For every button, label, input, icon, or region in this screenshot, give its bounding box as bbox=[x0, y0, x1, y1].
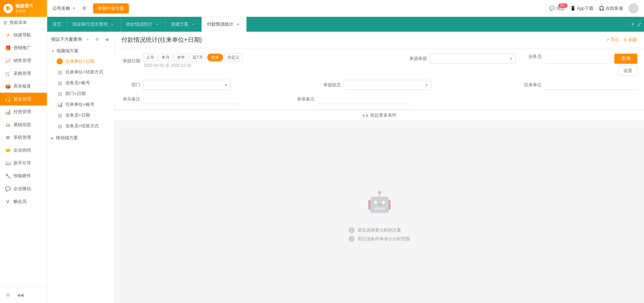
collapse-icon: ∧∧ bbox=[362, 113, 369, 118]
scheme-item-unit-date[interactable]: ○ 往来单位+日期 bbox=[47, 56, 114, 67]
filter-settings-btn[interactable]: 设置 bbox=[618, 66, 637, 76]
tab-home-label: 首页 bbox=[53, 21, 61, 27]
hint-text-1: 请先选择要分析的方案 bbox=[357, 227, 401, 233]
tab-close-all-icon[interactable]: × bbox=[631, 21, 634, 27]
system-icon: ⚙ bbox=[5, 134, 11, 141]
sidebar-item-purchase[interactable]: 🛒 采购管理 bbox=[0, 67, 47, 80]
online-service-btn[interactable]: 🎧 在线客服 bbox=[599, 5, 623, 11]
sidebar-item-system[interactable]: ⚙ 系统管理 bbox=[0, 131, 47, 144]
sidebar-item-quick-nav[interactable]: ⚡ 快捷导航 bbox=[0, 29, 47, 41]
mobile-group-label: 移动端方案 bbox=[56, 135, 78, 141]
scheme-item-unit-account-label: 往来单位+账号 bbox=[65, 101, 94, 108]
desktop-group-label: 电脑端方案 bbox=[57, 48, 79, 54]
tab-expand-icon[interactable]: ⤢ bbox=[637, 21, 641, 28]
tab-collection-stats-close-icon[interactable]: × bbox=[154, 22, 160, 27]
add-scheme-btn[interactable]: + bbox=[84, 36, 91, 43]
tabbar-controls: × ⤢ bbox=[628, 17, 644, 32]
tab-bank-flow-close-icon[interactable]: × bbox=[110, 22, 115, 27]
sidebar-item-label: 库存核算 bbox=[13, 83, 31, 89]
scheme-item-unit-settlement[interactable]: ▤ 往来单位+结算方式 bbox=[47, 67, 114, 78]
message-btn[interactable]: 💬 消息 99+ bbox=[549, 5, 565, 11]
tab-bank-flow-label: 现金银行流水查询 bbox=[72, 21, 108, 27]
scheme-item-dept-date[interactable]: ▤ 部门+日期 bbox=[47, 88, 114, 99]
sidebar-footer: ⚙ ◀◀ bbox=[0, 286, 47, 303]
company-selector[interactable]: 公司名称 ▼ bbox=[53, 5, 76, 11]
scheme-group-mobile: ▶ 移动端方案 bbox=[47, 133, 114, 143]
voucher-status-arrow-icon: ▼ bbox=[425, 83, 428, 87]
sidebar-item-sales[interactable]: 📈 销售管理 bbox=[0, 54, 47, 67]
unit-input[interactable] bbox=[544, 80, 637, 90]
dept-label: 部门 bbox=[121, 82, 140, 88]
tab-bank-flow[interactable]: 现金银行流水查询 × bbox=[67, 17, 121, 32]
sidebar-item-label: 快捷导航 bbox=[13, 32, 31, 38]
dept-select[interactable]: ▼ bbox=[143, 80, 231, 90]
sidebar-item-basic-info[interactable]: 🗂 基础信息 bbox=[0, 118, 47, 131]
source-voucher-select[interactable]: ▼ bbox=[430, 54, 516, 64]
sidebar-item-label: 营销推广 bbox=[13, 45, 31, 51]
topbar-settings-btn[interactable]: ⚙ bbox=[80, 4, 89, 13]
sidebar-item-marketing[interactable]: 🎁 营销推广 bbox=[0, 41, 47, 54]
filter-row-3: 表头备注 表体备注 bbox=[121, 94, 637, 104]
collapse-more-conditions-btn[interactable]: ∧∧ 收起更多条件 bbox=[115, 110, 644, 120]
company-chevron-icon: ▼ bbox=[72, 6, 76, 10]
tab-collection-stats[interactable]: 收款情况统计 × bbox=[121, 17, 166, 32]
tab-new-plan-close-icon[interactable]: × bbox=[191, 22, 196, 27]
trial-btn[interactable]: 体验行业方案 bbox=[93, 3, 129, 13]
tab-payment-stats[interactable]: 付款情况统计 × bbox=[202, 17, 246, 32]
sidebar-item-label: 资金管理 bbox=[13, 96, 31, 102]
filter-date-group: 上月 本月 本年 近7天 更多 自定义 2022-01-01 至 2022-12… bbox=[143, 54, 242, 68]
scheme-item-staff-date[interactable]: ▤ 业务员+日期 bbox=[47, 110, 114, 121]
hint-num-2: 2 bbox=[349, 236, 355, 242]
tab-home[interactable]: 首页 bbox=[47, 17, 67, 32]
tab-payment-stats-label: 付款情况统计 bbox=[207, 21, 233, 27]
app-icon: 📱 bbox=[570, 6, 576, 11]
sidebar-item-operation[interactable]: 📊 经营管理 bbox=[0, 105, 47, 118]
sidebar-item-wechat[interactable]: 💬 企业微信 bbox=[0, 182, 47, 195]
sidebar-collapse-btn[interactable]: ◀◀ bbox=[16, 290, 25, 300]
left-panel-action-btns: + ⚙ ◀ bbox=[84, 36, 110, 43]
date-btn-last-month[interactable]: 上月 bbox=[143, 54, 157, 61]
sidebar-item-inventory[interactable]: 📦 库存核算 bbox=[0, 80, 47, 93]
user-avatar[interactable] bbox=[628, 3, 639, 13]
tab-new-plan-label: 新建方案 bbox=[171, 21, 188, 27]
panel-collapse-btn[interactable]: ◀ bbox=[103, 36, 110, 43]
date-btn-last-7[interactable]: 近7天 bbox=[189, 54, 206, 61]
voucher-status-select[interactable]: ▼ bbox=[344, 80, 431, 90]
left-panel-header: 按以下方案查询 + ⚙ ◀ bbox=[47, 36, 114, 46]
scheme-settings-btn[interactable]: ⚙ bbox=[93, 36, 101, 43]
export-btn[interactable]: ↗ 导出 bbox=[606, 37, 619, 43]
search-menu[interactable]: ☰ 搜索菜单 bbox=[0, 17, 47, 29]
date-btn-this-year[interactable]: 本年 bbox=[174, 54, 188, 61]
filter-area: 单据日期 上月 本月 本年 近7天 更多 自定义 2022-01-01 至 20… bbox=[115, 48, 644, 110]
tab-payment-stats-close-icon[interactable]: × bbox=[235, 22, 241, 27]
filter-unit: 往来单位 bbox=[523, 80, 637, 90]
scheme-group-mobile-title[interactable]: ▶ 移动端方案 bbox=[47, 133, 114, 143]
tab-new-plan[interactable]: 新建方案 × bbox=[166, 17, 202, 32]
sidebar-item-finance[interactable]: 💰 资金管理 bbox=[0, 93, 47, 105]
scheme-group-desktop-title[interactable]: ▼ 电脑端方案 bbox=[47, 46, 114, 56]
scheme-item-staff-account[interactable]: ▤ 业务员+账号 bbox=[47, 78, 114, 88]
filter-source-voucher: 来源单据 ▼ bbox=[408, 54, 516, 64]
sidebar-item-hardware[interactable]: 🔧 智能硬件 bbox=[0, 170, 47, 182]
sidebar-item-label: 系统管理 bbox=[13, 134, 31, 141]
collapse-label: 收起更多条件 bbox=[370, 112, 397, 118]
filter-staff: 业务员 查询 设置 bbox=[523, 54, 637, 76]
table-header-note-input[interactable] bbox=[143, 94, 237, 104]
app-download-btn[interactable]: 📱 App下载 bbox=[570, 5, 593, 11]
filter-table-body-note: 表体备注 bbox=[296, 94, 463, 104]
staff-input[interactable] bbox=[544, 54, 608, 64]
sidebar-item-member[interactable]: V 畅会员 bbox=[0, 195, 47, 208]
date-btn-more[interactable]: 更多 bbox=[207, 54, 223, 61]
refresh-btn[interactable]: ↻ 刷新 bbox=[623, 37, 637, 43]
sidebar-item-cooperation[interactable]: 🤝 企业协同 bbox=[0, 144, 47, 157]
scheme-item-staff-settlement[interactable]: ▤ 业务员+结算方式 bbox=[47, 121, 114, 131]
sidebar-item-guide[interactable]: 📖 新手引导 bbox=[0, 157, 47, 170]
service-icon: 🎧 bbox=[599, 6, 604, 11]
date-btn-this-month[interactable]: 本月 bbox=[158, 54, 173, 61]
filter-row-2: 部门 ▼ 单据状态 ▼ 往来单位 bbox=[121, 80, 637, 90]
table-body-note-input[interactable] bbox=[317, 94, 412, 104]
date-btn-custom[interactable]: 自定义 bbox=[224, 54, 242, 61]
query-btn[interactable]: 查询 bbox=[614, 54, 637, 64]
scheme-item-unit-account[interactable]: 📊 往来单位+账号 bbox=[47, 99, 114, 110]
sidebar-settings-btn[interactable]: ⚙ bbox=[3, 290, 13, 300]
